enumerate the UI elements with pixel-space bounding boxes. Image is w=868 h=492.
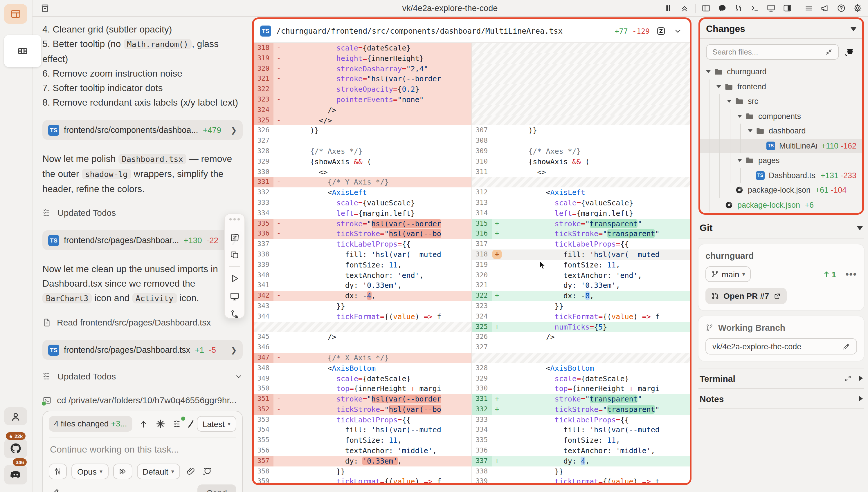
add-comment-button[interactable]: + — [492, 250, 502, 259]
fast-forward-button[interactable] — [113, 464, 132, 479]
github-button[interactable] — [4, 439, 27, 458]
menu-icon[interactable] — [803, 2, 815, 14]
collapse-diff-icon[interactable] — [672, 25, 683, 36]
edit-pencil-icon[interactable] — [841, 341, 851, 351]
diff-row: 336-tickStroke="hsl(var(--bo316+tickStro… — [254, 229, 690, 239]
diff-row: 348<AxisBottom328<AxisBottom — [254, 363, 690, 373]
git-collapse-icon[interactable] — [857, 226, 863, 230]
open-pr-button[interactable]: Open PR #7 — [705, 288, 787, 304]
diff-mode-icon[interactable] — [655, 25, 667, 37]
copy-icon[interactable] — [229, 249, 241, 261]
collapse-up-icon[interactable] — [679, 2, 690, 14]
model-select[interactable]: Opus▾ — [71, 464, 108, 479]
chevron-down-icon[interactable] — [235, 372, 243, 380]
chat-bubble-icon[interactable] — [717, 2, 728, 14]
diff-file-path: /churnguard/frontend/src/components/dash… — [276, 26, 610, 35]
files-changed-chip[interactable]: 4 files changed +3... — [49, 416, 132, 432]
archive-box-icon[interactable] — [39, 2, 51, 14]
notes-section-header[interactable]: Notes — [699, 388, 864, 409]
tree-folder-components[interactable]: components — [700, 109, 862, 124]
file-diff-chip[interactable]: TSfrontend/src/components/dashboa...+479… — [42, 120, 243, 140]
chat-input[interactable] — [49, 444, 239, 456]
diff-row: 353tickLabelProps={{333tickLabelProps={{ — [254, 415, 690, 425]
diff-row: 351-stroke="hsl(var(--border331+stroke="… — [254, 394, 690, 404]
notes-expand-caret[interactable] — [859, 396, 863, 401]
todos-icon[interactable] — [172, 418, 184, 430]
layout-view-button[interactable] — [4, 4, 27, 24]
commits-ahead[interactable]: 1 — [823, 270, 836, 279]
tree-folder-frontend[interactable]: frontend — [700, 79, 862, 94]
diff-row: 344tickFormat={(value) => f324tickFormat… — [254, 311, 690, 322]
diff-editor-icon[interactable] — [229, 231, 241, 244]
cat-icon[interactable] — [202, 465, 214, 477]
attachment-paperclip-icon[interactable] — [185, 465, 197, 477]
help-icon[interactable] — [836, 2, 847, 14]
git-compare-icon[interactable] — [733, 2, 744, 14]
panel-right-icon[interactable] — [781, 2, 793, 14]
tree-file-package-lock.json[interactable]: package-lock.json+6 — [700, 198, 862, 212]
package-json-icon — [735, 186, 744, 195]
changes-collapse-icon[interactable] — [850, 27, 857, 31]
tree-caret-icon[interactable] — [706, 71, 714, 73]
terminal-section-header[interactable]: Terminal — [699, 368, 864, 388]
working-branch-field[interactable] — [705, 338, 857, 354]
spark-icon[interactable] — [155, 418, 167, 430]
git-branch-icon[interactable] — [229, 308, 241, 320]
terminal-icon[interactable] — [749, 2, 760, 14]
pause-icon[interactable] — [662, 2, 674, 14]
package-json-icon — [725, 201, 733, 210]
tool-call-row[interactable]: cd /private/var/folders/10/h7w0q46556ggr… — [42, 393, 243, 407]
diff-row: 357-dy: '0.33em',337+dy: 4, — [254, 456, 690, 466]
settings-sliders-button[interactable] — [49, 464, 67, 479]
tree-folder-dashboard[interactable]: dashboard — [700, 124, 862, 139]
tree-folder-churnguard[interactable]: churnguard — [700, 65, 862, 79]
run-play-icon[interactable] — [228, 272, 241, 285]
tree-file-package-lock.json[interactable]: package-lock.json+61-104 — [700, 183, 862, 198]
account-button[interactable] — [4, 407, 27, 425]
tree-folder-src[interactable]: src — [700, 94, 862, 109]
todo-list-item: 8. Remove redundant axis labels (x/y lab… — [42, 95, 243, 110]
floating-toolbar — [224, 214, 245, 319]
working-branch-input[interactable] — [711, 341, 841, 351]
changes-title: Changes — [706, 24, 745, 34]
composer: 4 files changed +3... Latest▾ Opus▾ Defa… — [42, 411, 243, 492]
file-diff-chip[interactable]: TSfrontend/src/pages/Dashboard.tsx+1-5❯ — [42, 340, 243, 360]
tree-caret-icon[interactable] — [748, 130, 756, 132]
drag-handle[interactable] — [229, 218, 240, 220]
tree-file-MultiLineArea.tsx[interactable]: TSMultiLineArea.tsx+110-162 — [700, 139, 862, 153]
repo-card: churnguard main▾ 1 ••• Open PR #7 — [699, 244, 864, 311]
highlighter-icon[interactable] — [49, 487, 61, 492]
preview-monitor-icon[interactable] — [228, 290, 241, 303]
expand-terminal-icon[interactable] — [843, 373, 853, 383]
repo-menu-button[interactable]: ••• — [845, 269, 857, 279]
terminal-expand-caret[interactable] — [859, 375, 863, 381]
version-select[interactable]: Latest▾ — [197, 416, 236, 432]
monitor-icon[interactable] — [765, 2, 777, 14]
panel-left-icon[interactable] — [700, 2, 712, 14]
tool-call-row[interactable]: Updated Todos — [42, 369, 243, 384]
tree-caret-icon[interactable] — [737, 159, 746, 162]
tool-call-row[interactable]: Updated Todos — [42, 205, 243, 220]
settings-gear-icon[interactable] — [852, 2, 863, 14]
discord-button[interactable] — [4, 465, 27, 485]
file-diff-chip[interactable]: TSfrontend/src/pages/Dashboar...+130-22❯ — [42, 230, 243, 250]
send-button[interactable]: Send — [197, 485, 236, 492]
folder-icon — [725, 83, 733, 91]
file-search[interactable] — [706, 44, 839, 60]
mode-select[interactable]: Default▾ — [137, 464, 180, 479]
tree-caret-icon[interactable] — [727, 100, 735, 103]
diff-row: 339fontSize: 11,319fontSize: 11, — [254, 260, 690, 270]
diff-row: 324-/> — [254, 105, 690, 116]
tree-file-Dashboard.tsx[interactable]: TSDashboard.tsx+131-233 — [700, 168, 862, 183]
cat-review-icon[interactable] — [844, 46, 857, 58]
tree-caret-icon[interactable] — [737, 115, 746, 118]
tree-folder-pages[interactable]: pages — [700, 153, 862, 168]
scroll-up-icon[interactable] — [138, 418, 149, 429]
tool-call-row[interactable]: Read frontend/src/pages/Dashboard.tsx — [42, 315, 243, 329]
collapse-tree-icon[interactable] — [824, 47, 834, 57]
tree-caret-icon[interactable] — [717, 85, 725, 88]
diff-row: 355fontSize: 11,335fontSize: 11, — [254, 436, 690, 446]
branch-select[interactable]: main▾ — [705, 266, 751, 282]
search-input[interactable] — [711, 47, 824, 57]
megaphone-icon[interactable] — [819, 2, 831, 14]
